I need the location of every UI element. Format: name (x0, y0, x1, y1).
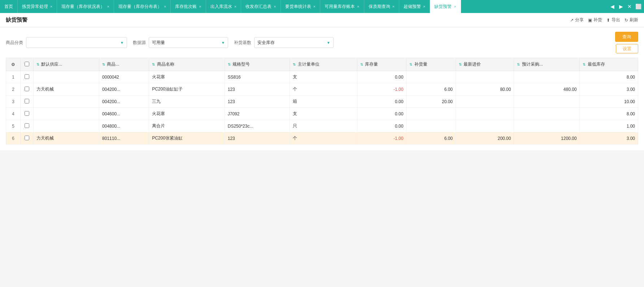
row-unit-1: 支 (290, 71, 357, 83)
page-header: 缺货预警 ↗ 分享 ▣ 补货 ⬆ 导出 ↻ 刷新 (0, 13, 644, 27)
tab-bar: 首页 拣货异常处理 × 现存量（库存状况表） × 现存量（库存分布表） × 库存… (0, 0, 644, 13)
row-checkbox-6[interactable] (25, 136, 29, 140)
row-spec-5: DS250*23c... (225, 120, 290, 132)
row-spec-4: J7092 (225, 108, 290, 120)
min-stock-sort-icon: ⇅ (583, 62, 586, 66)
tab-expiry[interactable]: 保质期查询 × (364, 0, 399, 13)
tab-prev-button[interactable]: ◀ (608, 2, 617, 11)
row-min-stock-2: 3.00 (580, 83, 638, 96)
tab-close-shortage[interactable]: × (454, 4, 456, 9)
row-min-stock-6: 3.00 (580, 132, 638, 145)
row-checkbox-cell-6 (21, 132, 34, 145)
tab-overstock[interactable]: 超储预警 × (399, 0, 430, 13)
datasource-select-value: 可用量 (152, 40, 165, 46)
tab-close-avail[interactable]: × (357, 4, 359, 9)
col-checkbox (21, 58, 34, 71)
refresh-icon: ↻ (625, 18, 628, 23)
row-checkbox-cell-3 (21, 96, 34, 108)
tab-close-stock-dist[interactable]: × (164, 4, 166, 9)
settings-button[interactable]: 设置 (616, 44, 638, 53)
row-name-4: 火花塞 (149, 108, 225, 120)
row-stock-6: -1.00 (357, 132, 406, 145)
tab-maximize-button[interactable]: ⬜ (634, 2, 643, 11)
share-action[interactable]: ↗ 分享 (570, 17, 584, 23)
export-action[interactable]: ⬆ 导出 (606, 17, 620, 23)
col-spec[interactable]: ⇅ 规格型号 (225, 58, 290, 71)
replenish-base-select[interactable]: 安全库存 ▼ (254, 37, 334, 48)
row-last-price-5 (456, 120, 514, 132)
refresh-action[interactable]: ↻ 刷新 (625, 17, 638, 23)
col-code[interactable]: ⇅ 商品... (99, 58, 149, 71)
row-checkbox-4[interactable] (25, 111, 29, 116)
tab-abnormal[interactable]: 拣货异常处理 × (18, 0, 57, 13)
row-supplier-2: 力天机械 (34, 83, 99, 96)
row-replenish-3: 20.00 (406, 96, 456, 108)
tab-stock-status[interactable]: 现存量（库存状况表） × (57, 0, 114, 13)
row-name-5: 离合片 (149, 120, 225, 132)
row-code-1: 0000042 (99, 71, 149, 83)
row-num-2: 2 (6, 83, 21, 96)
row-stock-2: -1.00 (357, 83, 406, 96)
row-name-3: 三九 (149, 96, 225, 108)
col-stock[interactable]: ⇅ 库存量 (357, 58, 406, 71)
tab-close-stock-status[interactable]: × (107, 4, 109, 9)
row-name-1: 火花塞 (149, 71, 225, 83)
col-replenish[interactable]: ⇅ 补货量 (406, 58, 456, 71)
tab-next-button[interactable]: ▶ (617, 2, 625, 11)
main-content: 缺货预警 ↗ 分享 ▣ 补货 ⬆ 导出 ↻ 刷新 商品分类 (0, 13, 644, 150)
col-name[interactable]: ⇅ 商品名称 (149, 58, 225, 71)
tab-close-batch[interactable]: × (199, 4, 201, 9)
tab-home[interactable]: 首页 (0, 0, 18, 13)
replenish-base-value: 安全库存 (257, 40, 275, 46)
row-est-purchase-4 (514, 108, 580, 120)
row-code-6: 801110... (99, 132, 149, 145)
query-button[interactable]: 查询 (615, 32, 638, 42)
row-spec-2: 123 (225, 83, 290, 96)
tab-avail-ledger[interactable]: 可用量库存账本 × (320, 0, 364, 13)
tab-recv-summary[interactable]: 收发存汇总表 × (241, 0, 280, 13)
tab-close-expiry[interactable]: × (392, 4, 395, 9)
row-checkbox-2[interactable] (25, 87, 29, 91)
row-unit-3: 箱 (290, 96, 357, 108)
table-row: 4 004600... 火花塞 J7092 支 0.00 8.00 (6, 108, 638, 120)
tab-close-demand[interactable]: × (313, 4, 316, 9)
row-supplier-3 (34, 96, 99, 108)
col-last-price[interactable]: ⇅ 最新进价 (456, 58, 514, 71)
row-last-price-3 (456, 96, 514, 108)
tab-inout-flow[interactable]: 出入库流水 × (206, 0, 241, 13)
select-all-checkbox[interactable] (25, 62, 29, 66)
row-checkbox-5[interactable] (25, 123, 29, 128)
tab-demand-stat[interactable]: 要货单统计表 × (281, 0, 320, 13)
tab-shortage[interactable]: 缺货预警 × (430, 0, 461, 13)
tab-close-abnormal[interactable]: × (50, 4, 52, 9)
filter-right-actions: 查询 设置 (615, 32, 638, 53)
row-code-2: 004200... (99, 83, 149, 96)
col-supplier[interactable]: ⇅ 默认供应... (34, 58, 99, 71)
col-min-stock[interactable]: ⇅ 最低库存 (580, 58, 638, 71)
col-gear[interactable]: ⚙ (6, 58, 21, 71)
col-unit[interactable]: ⇅ 主计量单位 (290, 58, 357, 71)
share-label: 分享 (575, 17, 584, 23)
tab-nav-buttons: ◀ ▶ ✕ ⬜ (606, 2, 644, 11)
row-replenish-1 (406, 71, 456, 83)
row-replenish-6: 6.00 (406, 132, 456, 145)
datasource-select[interactable]: 可用量 ▼ (149, 37, 228, 48)
category-select[interactable]: ▼ (26, 37, 127, 48)
replenish-action[interactable]: ▣ 补货 (588, 17, 602, 23)
row-num-3: 3 (6, 96, 21, 108)
row-name-6: PC200张紧油缸 (149, 132, 225, 145)
row-num-4: 4 (6, 108, 21, 120)
tab-stock-dist[interactable]: 现存量（库存分布表） × (114, 0, 171, 13)
tab-close-all-button[interactable]: ✕ (625, 2, 634, 11)
row-checkbox-cell-5 (21, 120, 34, 132)
row-checkbox-1[interactable] (25, 74, 29, 79)
col-est-purchase[interactable]: ⇅ 预计采购... (514, 58, 580, 71)
table-container: ⚙ ⇅ 默认供应... ⇅ 商品... (0, 58, 644, 150)
row-replenish-4 (406, 108, 456, 120)
tab-close-inout[interactable]: × (234, 4, 236, 9)
row-checkbox-3[interactable] (25, 99, 29, 103)
tab-close-recv[interactable]: × (274, 4, 276, 9)
tab-close-overstock[interactable]: × (423, 4, 425, 9)
tab-batch[interactable]: 库存批次账 × (171, 0, 206, 13)
row-checkbox-cell-1 (21, 71, 34, 83)
